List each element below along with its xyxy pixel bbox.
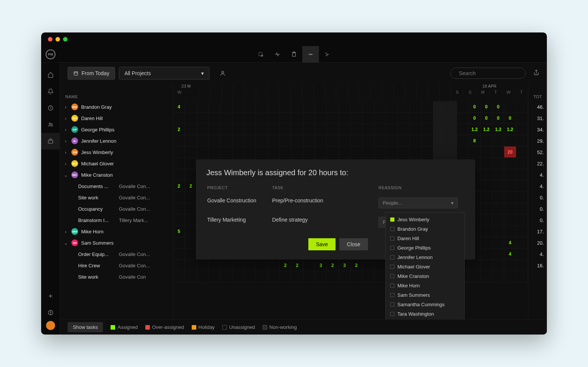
svg-rect-16 — [74, 72, 77, 75]
checkbox-icon — [390, 293, 394, 297]
chevron-icon: › — [63, 229, 68, 234]
clipboard-icon[interactable] — [286, 46, 302, 63]
left-nav — [41, 63, 60, 335]
reassign-modal: Jess Wimberly is assigned for 20 hours t… — [196, 159, 475, 259]
view-toolbar: From Today All Projects ▾ — [60, 63, 547, 84]
chevron-icon: › — [63, 127, 68, 133]
chevron-icon: › — [63, 104, 68, 110]
person-row[interactable]: ›GPGeorge Phillips — [60, 124, 173, 135]
close-window-icon[interactable] — [48, 37, 52, 42]
chevron-icon: › — [63, 150, 68, 155]
legend-nonworking: Non-working — [263, 324, 297, 330]
checkbox-icon — [390, 265, 394, 269]
add-icon[interactable] — [41, 288, 60, 304]
person-name: Daren Hill — [81, 116, 103, 121]
help-icon[interactable] — [41, 304, 60, 321]
workload-icon[interactable] — [302, 46, 319, 63]
name-column: NAME ›BGBrandon Gray›DHDaren Hill›GPGeor… — [60, 84, 173, 319]
person-row[interactable]: ⌄SSSam Summers — [60, 237, 173, 248]
people-option[interactable]: Jennifer Lennon — [386, 253, 464, 262]
person-row[interactable]: ›MHMike Horn — [60, 226, 173, 237]
maximize-window-icon[interactable] — [63, 37, 68, 42]
task-row[interactable]: Hire CrewGovalle Con... — [60, 260, 173, 271]
svg-rect-11 — [48, 140, 53, 143]
gantt-icon[interactable] — [319, 46, 336, 63]
chevron-icon: › — [63, 138, 68, 144]
people-option[interactable]: Sam Summers — [386, 290, 464, 300]
activity-icon[interactable] — [269, 46, 286, 63]
reassign-select[interactable]: People...▾ — [379, 197, 458, 208]
task-row[interactable]: Site workGovalle Con — [60, 271, 173, 282]
svg-point-10 — [51, 123, 52, 125]
task-row[interactable]: Documents ...Govalle Con... — [60, 180, 173, 192]
user-avatar[interactable] — [46, 321, 55, 330]
people-option[interactable]: Tara Washington — [386, 309, 464, 319]
briefcase-icon[interactable] — [41, 133, 60, 150]
from-today-button[interactable]: From Today — [68, 67, 115, 80]
person-icon[interactable] — [213, 65, 232, 82]
people-option[interactable]: Mike Cranston — [386, 271, 464, 281]
share-icon[interactable] — [533, 69, 539, 77]
chevron-down-icon: ▾ — [201, 70, 204, 76]
project-filter-dropdown[interactable]: All Projects ▾ — [119, 67, 209, 80]
app-logo[interactable]: PM — [41, 49, 60, 59]
people-option[interactable]: Michael Glover — [386, 262, 464, 271]
app-window: PM From Today — [41, 32, 547, 335]
checkbox-icon — [390, 236, 394, 241]
legend-holiday: Holiday — [192, 324, 215, 330]
person-name: Mike Cranston — [81, 172, 113, 178]
people-option[interactable]: Brandon Gray — [386, 224, 464, 234]
legend-unassigned: Unassigned — [222, 324, 255, 330]
home-icon[interactable] — [41, 66, 60, 83]
close-button[interactable]: Close — [339, 238, 368, 250]
person-name: Mike Horn — [81, 229, 103, 234]
titlebar — [41, 32, 547, 46]
search-view-icon[interactable] — [252, 46, 269, 63]
person-row[interactable]: ›DHDaren Hill — [60, 113, 173, 124]
task-row[interactable]: Order Equip...Govalle Con... — [60, 248, 173, 260]
legend-bar: Show tasks Assigned Over-assigned Holida… — [60, 319, 547, 335]
minimize-window-icon[interactable] — [55, 37, 60, 42]
task-row[interactable]: Site workGovalle Con... — [60, 192, 173, 203]
person-row[interactable]: ›BGBrandon Gray — [60, 101, 173, 113]
name-header: NAME — [60, 84, 173, 101]
checkbox-icon — [390, 284, 394, 288]
recent-icon[interactable] — [41, 100, 60, 116]
people-option[interactable]: Daren Hill — [386, 234, 464, 243]
legend-over-assigned: Over-assigned — [145, 324, 184, 330]
checkbox-icon — [390, 274, 394, 278]
search-input[interactable] — [450, 68, 526, 79]
save-button[interactable]: Save — [308, 238, 336, 250]
people-option[interactable]: Jess Wimberly — [386, 215, 464, 224]
person-name: Jennifer Lennon — [81, 138, 116, 144]
person-name: Michael Glover — [81, 161, 114, 167]
person-row[interactable]: ›MGMichael Glover — [60, 158, 173, 169]
modal-project: Tillery Marketing — [207, 213, 271, 231]
chevron-down-icon: ▾ — [451, 200, 454, 206]
show-tasks-button[interactable]: Show tasks — [68, 322, 103, 332]
notifications-icon[interactable] — [41, 83, 60, 100]
chevron-icon: › — [63, 161, 68, 167]
svg-point-15 — [50, 314, 51, 315]
modal-task: Prep/Pre-construction — [272, 194, 378, 212]
people-option[interactable]: Samantha Cummings — [386, 300, 464, 309]
task-row[interactable]: OccupancyGovalle Con... — [60, 203, 173, 214]
person-row[interactable]: ⌄MCMike Cranston — [60, 169, 173, 180]
people-option[interactable]: George Phillips — [386, 243, 464, 253]
checkbox-icon — [390, 302, 394, 307]
checkbox-icon — [390, 227, 394, 231]
modal-project: Govalle Construction — [207, 194, 271, 212]
person-name: George Phillips — [81, 127, 114, 133]
task-row[interactable]: Brainstorm I...Tillery Mark... — [60, 214, 173, 226]
person-row[interactable]: ›JWJess Wimberly — [60, 146, 173, 158]
svg-rect-4 — [309, 54, 313, 55]
svg-point-18 — [222, 71, 223, 73]
people-option[interactable]: Mike Horn — [386, 281, 464, 290]
person-name: Sam Summers — [81, 240, 114, 246]
total-column: TOT 46.31.34.29.52.22.4.4.0.0.0.17.20.4.… — [528, 84, 547, 319]
people-dropdown-menu: Jess WimberlyBrandon GrayDaren HillGeorg… — [385, 212, 465, 319]
checkbox-icon — [390, 312, 394, 316]
team-icon[interactable] — [41, 116, 60, 133]
modal-title: Jess Wimberly is assigned for 20 hours t… — [206, 168, 465, 177]
person-row[interactable]: ›JLJennifer Lennon — [60, 135, 173, 146]
